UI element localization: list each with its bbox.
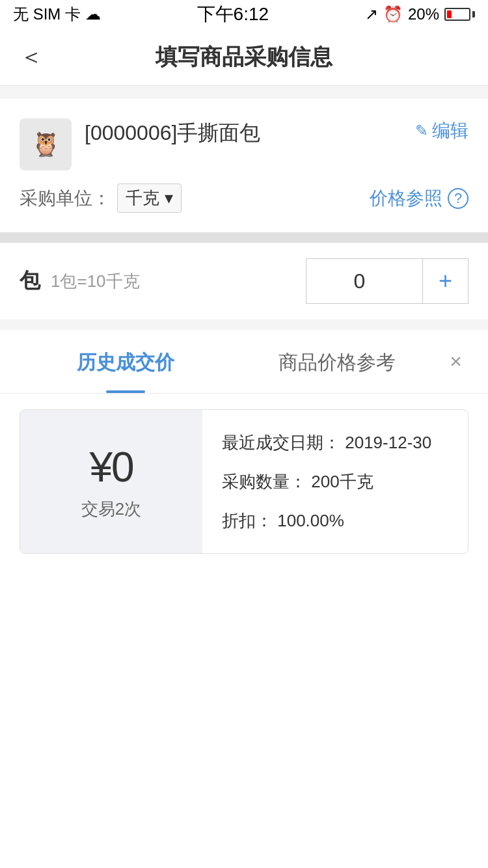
discount-label: 折扣： — [222, 511, 273, 530]
edit-button[interactable]: ✎ 编辑 — [415, 118, 468, 143]
price-amount: ¥0 — [89, 443, 133, 491]
qty-unit-label: 包 — [20, 267, 40, 295]
price-card: ¥0 交易2次 最近成交日期： 2019-12-30 采购数量： 200千克 折… — [20, 409, 468, 554]
status-right: ↗ ⏰ 20% — [365, 5, 475, 23]
quantity-input-group: + — [306, 258, 468, 304]
section-divider — [0, 232, 488, 243]
purchase-qty-value: 200千克 — [311, 472, 373, 491]
unit-value: 千克 — [126, 187, 159, 210]
battery-icon — [444, 8, 475, 21]
price-card-left: ¥0 交易2次 — [20, 410, 202, 553]
price-ref-button[interactable]: 价格参照 ? — [370, 186, 468, 211]
bottom-area — [0, 569, 488, 868]
qty-conversion: 1包=10千克 — [51, 270, 140, 293]
status-bar: 无 SIM 卡 ☁ 下午6:12 ↗ ⏰ 20% — [0, 0, 488, 29]
unit-label: 采购单位： — [20, 186, 111, 211]
tab-history-price-label: 历史成交价 — [77, 351, 174, 373]
price-ref-label: 价格参照 — [370, 186, 442, 211]
product-top: 🦉 [0000006]手撕面包 ✎ 编辑 — [20, 118, 468, 170]
recent-date-line: 最近成交日期： 2019-12-30 — [222, 429, 448, 455]
quantity-left: 包 1包=10千克 — [20, 267, 140, 295]
recent-date-label: 最近成交日期： — [222, 433, 340, 452]
quantity-row: 包 1包=10千克 + — [0, 243, 488, 319]
close-icon: × — [450, 349, 462, 373]
edit-label: 编辑 — [432, 118, 468, 143]
dropdown-icon: ▾ — [165, 188, 173, 208]
alarm-icon: ⏰ — [383, 5, 403, 23]
discount-line: 折扣： 100.00% — [222, 508, 448, 534]
unit-left: 采购单位： 千克 ▾ — [20, 183, 182, 213]
quantity-input[interactable] — [306, 258, 423, 304]
product-left: 🦉 [0000006]手撕面包 — [20, 118, 260, 170]
recent-date-value: 2019-12-30 — [345, 433, 431, 452]
plus-icon: + — [439, 267, 452, 295]
purchase-qty-line: 采购数量： 200千克 — [222, 468, 448, 495]
tab-section: 历史成交价 商品价格参考 × ¥0 交易2次 最近成交日期： 2019-12-3… — [0, 330, 488, 569]
product-thumbnail: 🦉 — [20, 118, 72, 170]
purchase-qty-label: 采购数量： — [222, 472, 306, 491]
nav-bar: ＜ 填写商品采购信息 — [0, 29, 488, 86]
sim-label: 无 SIM 卡 ☁ — [13, 4, 101, 25]
price-card-area: ¥0 交易2次 最近成交日期： 2019-12-30 采购数量： 200千克 折… — [0, 394, 488, 569]
battery-percent: 20% — [408, 5, 439, 23]
page-title: 填写商品采购信息 — [156, 42, 332, 72]
owl-icon: 🦉 — [31, 131, 61, 158]
tab-header: 历史成交价 商品价格参考 × — [0, 330, 488, 394]
product-card: 🦉 [0000006]手撕面包 ✎ 编辑 采购单位： 千克 ▾ 价格参照 ? — [0, 99, 488, 232]
back-button[interactable]: ＜ — [20, 34, 49, 79]
edit-icon: ✎ — [415, 122, 428, 140]
price-trade-count: 交易2次 — [81, 498, 141, 521]
unit-select[interactable]: 千克 ▾ — [117, 183, 182, 213]
status-time: 下午6:12 — [197, 2, 269, 27]
location-icon: ↗ — [365, 5, 378, 23]
product-unit-row: 采购单位： 千克 ▾ 价格参照 ? — [20, 183, 468, 213]
tab-history-price[interactable]: 历史成交价 — [20, 330, 232, 393]
tab-close-button[interactable]: × — [443, 343, 468, 380]
back-icon: ＜ — [20, 43, 43, 70]
status-left: 无 SIM 卡 ☁ — [13, 4, 101, 25]
quantity-plus-button[interactable]: + — [423, 258, 468, 304]
price-card-right: 最近成交日期： 2019-12-30 采购数量： 200千克 折扣： 100.0… — [202, 410, 468, 553]
help-icon: ? — [448, 188, 468, 209]
discount-value: 100.00% — [277, 511, 344, 530]
product-name: [0000006]手撕面包 — [85, 118, 260, 147]
tab-product-price-ref[interactable]: 商品价格参考 — [232, 330, 444, 393]
tab-product-price-ref-label: 商品价格参考 — [278, 351, 396, 373]
